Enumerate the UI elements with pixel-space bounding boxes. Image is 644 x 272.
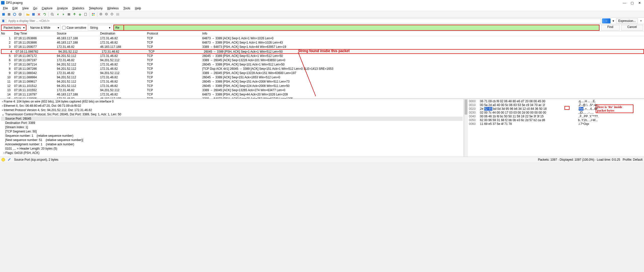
status-profile[interactable]: Profile: Default	[623, 158, 642, 161]
menu-tools[interactable]: Tools	[121, 6, 132, 11]
maximize-button[interactable]: ▢	[631, 1, 634, 5]
apply-filter-button[interactable]: →	[602, 18, 611, 23]
resize-columns-icon[interactable]	[115, 12, 120, 17]
packet-row[interactable]: 607:16:11.087197172.31.46.8294.201.52.11…	[0, 58, 644, 62]
hex-line[interactable]: 000006 71 09 cb f8 02 06 48 80 e6 d7 20 …	[469, 99, 643, 103]
hex-line[interactable]: 005062 00 96 59 31 68 f2 bb 0b e3 6c 2d …	[469, 118, 643, 122]
packet-row[interactable]: 1307:16:11.101552172.31.46.8294.201.52.1…	[0, 88, 644, 92]
packet-row[interactable]: 1007:16:11.08898494.201.52.112172.31.46.…	[0, 75, 644, 80]
char-width-select[interactable]: Narrow & Wide▾	[28, 25, 61, 30]
reload-icon[interactable]	[42, 12, 47, 17]
column-header[interactable]: No	[0, 31, 13, 36]
colorize-icon[interactable]	[91, 12, 96, 17]
tree-line[interactable]: › Frame 4: 104 bytes on wire (832 bits),…	[1, 99, 463, 104]
menu-capture[interactable]: Capture	[40, 6, 55, 11]
find-button[interactable]: Find	[601, 25, 619, 30]
search-scope-select[interactable]: Packet bytes▾	[1, 25, 26, 31]
separator	[97, 12, 97, 17]
packet-list-header: NoDay TimeSourceDestinationProtocolInfo	[0, 31, 644, 36]
goto-packet-icon[interactable]	[66, 12, 71, 17]
tree-line[interactable]: 0101 .... = Header Length: 20 bytes (5)	[1, 147, 463, 151]
goto-last-icon[interactable]	[77, 12, 83, 17]
goto-first-icon[interactable]	[72, 12, 77, 17]
packet-row[interactable]: 907:16:11.088342172.31.46.8294.201.52.11…	[0, 71, 644, 75]
zoom-in-icon[interactable]	[99, 12, 104, 17]
packet-row[interactable]: 507:16:11.08717294.201.52.112172.31.46.8…	[0, 54, 644, 58]
close-button[interactable]: ✕	[638, 1, 641, 5]
tree-line[interactable]: › Ethernet II, Src: 06:48:80:e6:d7:20, D…	[1, 104, 463, 108]
restart-capture-icon[interactable]	[12, 12, 17, 17]
find-packet-icon[interactable]	[50, 12, 55, 17]
tree-line[interactable]: [Stream index: 1]	[1, 125, 463, 129]
packet-row[interactable]: 207:16:11.05388646.183.117.188172.31.46.…	[0, 41, 644, 45]
status-packet-stats: Packets: 1097 · Displayed: 1097 (100.0%)…	[538, 158, 620, 161]
menu-file[interactable]: File	[1, 6, 10, 11]
capture-options-icon[interactable]	[18, 12, 23, 17]
column-header[interactable]: Day Time	[13, 31, 56, 36]
stop-capture-icon[interactable]	[7, 12, 12, 17]
packet-row[interactable]: 307:16:11.059077172.31.46.8246.183.117.1…	[0, 45, 644, 49]
tree-line[interactable]: Destination Port: 3389	[1, 121, 463, 125]
scrollbar-thumb[interactable]	[465, 99, 467, 115]
menu-wireless[interactable]: Wireless	[105, 6, 121, 11]
tree-line[interactable]: Acknowledgment number: 1 (relative ack n…	[1, 142, 463, 147]
display-filter-input[interactable]	[7, 18, 601, 23]
packet-details-pane[interactable]: › Frame 4: 104 bytes on wire (832 bits),…	[0, 99, 464, 157]
tree-line[interactable]: › Internet Protocol Version 4, Src: 94.2…	[1, 108, 463, 112]
find-bar: Packet bytes▾ Narrow & Wide▾ Case sensit…	[0, 24, 644, 31]
packet-row[interactable]: 807:16:11.08728694.201.52.112172.31.46.8…	[0, 67, 644, 71]
column-header[interactable]: Info	[201, 31, 639, 36]
tree-line[interactable]: Source Port: 26045	[1, 117, 463, 121]
menu-view[interactable]: View	[20, 6, 31, 11]
edit-icon[interactable]	[8, 158, 12, 162]
packet-row[interactable]: 1107:16:11.08981794.201.52.112172.31.46.…	[0, 80, 644, 84]
svg-rect-13	[85, 13, 87, 16]
packet-row[interactable]: 707:16:11.08721494.201.52.112172.31.46.8…	[0, 62, 644, 67]
save-file-icon[interactable]	[31, 12, 36, 17]
packet-bytes-pane[interactable]: 000006 71 09 cb f8 02 06 48 80 e6 d7 20 …	[468, 99, 644, 157]
tree-line[interactable]: › Flags: 0x018 (PSH, ACK)	[1, 151, 463, 155]
menu-help[interactable]: Help	[133, 6, 143, 11]
tree-line[interactable]: ⌄ Transmission Control Protocol, Src Por…	[1, 112, 463, 117]
hex-line[interactable]: 006011 69 e5 37 5e 4f 71 78.i.7^Oqx	[469, 122, 643, 126]
menu-go[interactable]: Go	[31, 6, 39, 11]
chevron-down-icon: ▾	[109, 26, 110, 29]
add-filter-button[interactable]: +	[639, 19, 643, 23]
menu-analyze[interactable]: Analyze	[55, 6, 70, 11]
packet-row[interactable]: 1407:16:11.11679746.183.117.188172.31.46…	[0, 92, 644, 97]
zoom-reset-icon[interactable]	[110, 12, 115, 17]
tree-line[interactable]: Sequence number: 1 (relative sequence nu…	[1, 134, 463, 138]
tree-line[interactable]: [Next sequence number: 51 (relative sequ…	[1, 138, 463, 142]
open-file-icon[interactable]	[25, 12, 30, 17]
details-scrollbar[interactable]	[464, 99, 468, 157]
cancel-button[interactable]: Cancel	[621, 25, 643, 30]
case-sensitive-checkbox[interactable]: Case sensitive	[62, 26, 86, 29]
menu-edit[interactable]: Edit	[10, 6, 20, 11]
expert-info-icon[interactable]	[2, 158, 5, 161]
zoom-out-icon[interactable]	[104, 12, 109, 17]
menu-statistics[interactable]: Statistics	[70, 6, 86, 11]
minimize-button[interactable]: —	[623, 1, 626, 5]
column-header[interactable]: Protocol	[146, 31, 201, 36]
main-toolbar	[0, 11, 644, 18]
tree-line[interactable]: [TCP Segment Len: 50]	[1, 129, 463, 134]
filter-history-dropdown[interactable]: ▾	[612, 19, 615, 23]
packet-row[interactable]: 1207:16:11.10151294.201.52.112172.31.46.…	[0, 84, 644, 88]
separator	[89, 12, 90, 17]
go-forward-icon[interactable]	[61, 12, 66, 17]
packet-row[interactable]: 107:16:11.05388646.183.117.188172.31.46.…	[0, 36, 644, 41]
bookmark-icon[interactable]	[1, 19, 6, 23]
hex-line[interactable]: 004000 06 46 1b fd bc 50 50 11 59 18 22 …	[469, 115, 643, 118]
column-header[interactable]: Source	[56, 31, 99, 36]
close-file-icon[interactable]	[36, 12, 42, 17]
annotation-box-text: Here is 'Re' inside packet bytes	[596, 105, 633, 113]
search-type-select[interactable]: String▾	[88, 25, 112, 30]
go-back-icon[interactable]	[55, 12, 60, 17]
auto-scroll-icon[interactable]	[83, 12, 88, 17]
menu-telephony[interactable]: Telephony	[87, 6, 105, 11]
search-input[interactable]	[124, 25, 599, 30]
start-capture-icon[interactable]	[1, 12, 6, 17]
packet-row[interactable]: 1507:16:11.120985172.31.46.8246.183.117.…	[0, 97, 644, 99]
column-header[interactable]: Destination	[99, 31, 146, 36]
expression-button[interactable]: Expression...	[616, 18, 638, 23]
